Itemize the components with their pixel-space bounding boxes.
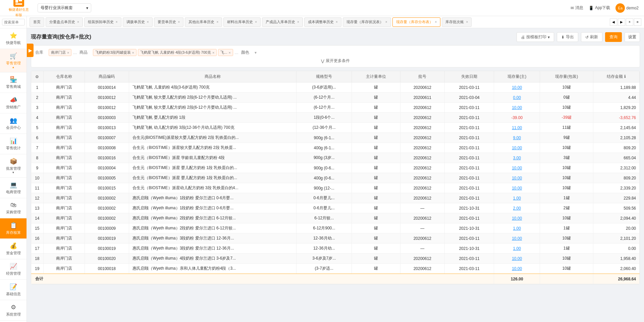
tab-bar: 首页 分量盘点单历史 × 组装拆卸单历史 × 调拨单历史 × 要货单历史 × 其… <box>27 16 644 28</box>
tab-product-in-close-icon[interactable]: × <box>297 20 299 24</box>
tab-other-out-close-icon[interactable]: × <box>216 20 218 24</box>
row-unit: 罐 <box>352 153 400 163</box>
query-btn[interactable]: 查询 <box>605 32 622 42</box>
sidebar-item-purchase[interactable]: 🛍 采购管理 <box>0 198 26 218</box>
tab-cost-adjust-close-icon[interactable]: × <box>336 20 338 24</box>
refresh-btn[interactable]: ↺ 刷新 <box>581 32 602 42</box>
warehouse-tag-close-icon[interactable]: × <box>67 51 69 55</box>
col-settings-icon[interactable]: ⚙ <box>31 71 43 83</box>
row-qty-main[interactable]: 0.00 <box>494 93 540 103</box>
sidebar-item-inventory[interactable]: 📋 库存核算 <box>0 218 26 239</box>
warehouse-more-icon[interactable]: … <box>73 50 77 55</box>
row-qty-main[interactable]: 10.00 <box>494 173 540 183</box>
tab-transfer-close-icon[interactable]: × <box>147 20 149 24</box>
row-qty-main[interactable]: 1.00 <box>494 223 540 233</box>
row-qty-main[interactable]: 1.00 <box>494 244 540 254</box>
row-qty-main[interactable]: 10.00 <box>494 103 540 113</box>
row-qty-main[interactable]: 3.00 <box>494 153 540 163</box>
product-tag-1-close-icon[interactable]: × <box>132 51 134 55</box>
logo-area: 畅捷通好生意 标版 <box>5 0 32 17</box>
export-btn[interactable]: ⬇ 导出 <box>557 32 578 42</box>
tab-product-in-label: 产成品入库单历史 <box>266 19 295 24</box>
row-no: 8 <box>31 153 43 163</box>
tab-stock-dist-label: 现存量（库存分布表） <box>396 19 433 24</box>
tab-split-close-icon[interactable]: × <box>77 20 79 24</box>
row-qty-main[interactable]: 1.00 <box>494 193 540 203</box>
product-tag-2-close-icon[interactable]: × <box>212 51 214 55</box>
row-qty-main[interactable]: 10.00 <box>494 83 540 93</box>
row-no: 1 <box>31 83 43 93</box>
sidebar-item-marketing[interactable]: 📣 营销推广 <box>0 93 26 113</box>
tab-material-out-close-icon[interactable]: × <box>255 20 257 24</box>
sidebar-item-retail-store[interactable]: 🏪 零售商城 <box>0 72 26 93</box>
row-qty-pkg: 10罐 <box>540 163 593 173</box>
tab-menu-btn[interactable]: ≡ <box>634 18 641 26</box>
tab-home[interactable]: 首页 <box>30 17 44 27</box>
row-qty-pkg: 2罐 <box>540 203 593 213</box>
sidebar-item-wholesale[interactable]: 📦 批发管理 ▼ <box>0 154 26 178</box>
tab-stock-dist-close-icon[interactable]: × <box>435 20 437 24</box>
sidebar-item-finance[interactable]: 💰 资金管理 <box>0 239 26 259</box>
search-input[interactable] <box>2 19 25 25</box>
row-qty-main[interactable]: 2.00 <box>494 203 540 213</box>
row-qty-main[interactable]: 11.00 <box>494 123 540 133</box>
tab-assemble-close-icon[interactable]: × <box>116 20 118 24</box>
row-qty-main[interactable]: 10.00 <box>494 163 540 173</box>
tab-cost-adjust[interactable]: 成本调整单历史 × <box>304 17 341 27</box>
tab-order-history[interactable]: 要货单历史 × <box>154 17 184 27</box>
row-qty-main[interactable]: 10.00 <box>494 143 540 153</box>
app-download-btn[interactable]: 📱 App下载 <box>589 5 610 11</box>
row-qty-main[interactable]: 10.00 <box>494 254 540 264</box>
product-more-icon[interactable]: … <box>234 50 238 55</box>
row-qty-main[interactable]: 10.00 <box>494 213 540 223</box>
tab-transfer-history[interactable]: 调拨单历史 × <box>123 17 153 27</box>
row-qty-main[interactable]: 10.00 <box>494 264 540 274</box>
sidebar-item-retail-stats[interactable]: 📊 零售统计 <box>0 134 26 154</box>
settings-btn[interactable]: 设置 <box>625 32 640 42</box>
tab-close-btn[interactable]: × <box>626 18 633 26</box>
message-btn[interactable]: ✉ 消息 <box>571 5 583 11</box>
row-qty-main[interactable]: -39.00 <box>494 113 540 123</box>
tab-batch-account[interactable]: 库存批次账 × <box>442 17 472 27</box>
tab-batch-account-close-icon[interactable]: × <box>466 20 468 24</box>
row-qty-main[interactable]: 9.00 <box>494 133 540 143</box>
tab-stock-status-close-icon[interactable]: × <box>385 20 387 24</box>
sidebar-item-system[interactable]: ⚙ 系统管理 <box>0 300 26 321</box>
tab-stock-dist[interactable]: 现存量（库存分布表） × <box>392 17 441 27</box>
row-code: 00100019 <box>85 244 129 254</box>
row-code: 00100002 <box>85 203 129 213</box>
sidebar-item-ops[interactable]: 📈 经营管理 <box>0 259 26 280</box>
row-qty-main[interactable]: 10.00 <box>494 183 540 193</box>
sidebar-item-ecommerce[interactable]: 💻 电商管理 <box>0 178 26 198</box>
user-area[interactable]: Ea demo2 <box>615 3 639 13</box>
sidebar-item-member[interactable]: 👥 会员中心 <box>0 113 26 134</box>
tab-next-btn[interactable]: ▶ <box>618 18 625 26</box>
row-amount: 2,145.64 <box>593 123 640 133</box>
tab-split-history[interactable]: 分量盘点单历史 × <box>46 17 83 27</box>
row-qty-main[interactable]: 10.00 <box>494 233 540 244</box>
tab-prev-btn[interactable]: ◀ <box>610 18 617 26</box>
tab-assemble-history[interactable]: 组装拆卸单历史 × <box>84 17 121 27</box>
sidebar-item-member-label: 会员中心 <box>6 125 21 130</box>
product-filter-label: 商品 <box>79 50 92 55</box>
row-name: 合生元（BIOSTIME）派星较大婴儿配方奶粉 2段 乳铁蛋... <box>129 143 297 153</box>
tab-material-out[interactable]: 材料出库单历史 × <box>223 17 261 27</box>
product-tag-3-close-icon[interactable]: × <box>228 51 230 55</box>
sidebar-item-basic[interactable]: 📝 基础信息 <box>0 280 26 300</box>
sidebar-item-retail-mgmt[interactable]: 🛒 零售管理 ▲ <box>0 49 26 72</box>
expand-left-btn[interactable]: ▶ <box>27 44 34 57</box>
export-icon: ⬇ <box>561 35 565 40</box>
row-code: 00100008 <box>85 143 129 153</box>
tab-order-close-icon[interactable]: × <box>178 20 180 24</box>
tab-other-out[interactable]: 其他出库单历史 × <box>185 17 222 27</box>
expand-more-btn[interactable]: ⋁ 展开更多条件 <box>35 58 636 64</box>
row-spec: 1段(0-6个... <box>297 113 352 123</box>
sidebar-item-collab[interactable]: 🤝 企业协同 <box>0 321 26 322</box>
tab-split-history-label: 分量盘点单历史 <box>49 19 75 24</box>
tab-stock-status[interactable]: 现存量（库存状况表） × <box>343 17 391 27</box>
print-btn[interactable]: 🖨 按模板打印 ▾ <box>517 32 554 42</box>
tab-product-in[interactable]: 产成品入库单历史 × <box>262 17 303 27</box>
sidebar-quick-nav[interactable]: ⭐ 快捷导航 <box>0 29 26 49</box>
row-unit: 罐 <box>352 123 400 133</box>
company-select[interactable]: 母婴行业演示账套 ▾ <box>38 3 91 12</box>
